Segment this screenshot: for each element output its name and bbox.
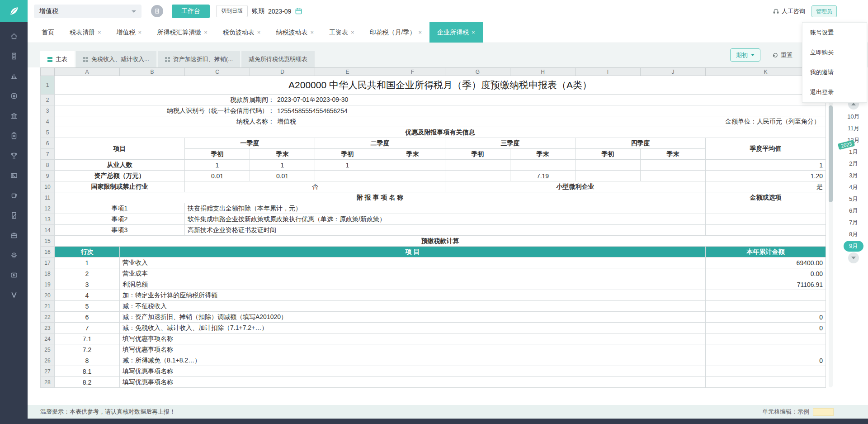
row-header[interactable]: 28 — [41, 377, 55, 388]
col-header[interactable]: F — [380, 68, 445, 76]
cell[interactable]: 否 — [185, 181, 445, 192]
menu-item-logout[interactable]: 退出登录 — [802, 82, 867, 102]
col-header[interactable]: I — [576, 68, 641, 76]
briefcase-icon[interactable] — [10, 231, 18, 239]
cell[interactable]: 1 — [706, 160, 826, 171]
cell[interactable]: 从业人数 — [55, 160, 185, 171]
calc-header-line[interactable]: 行次 — [55, 247, 120, 257]
row-header[interactable]: 1 — [41, 76, 55, 95]
col-header[interactable]: H — [510, 68, 576, 76]
period-value[interactable]: 2023-09 — [268, 8, 291, 15]
period-begin-button[interactable]: 期初 — [730, 48, 760, 62]
cell[interactable] — [706, 344, 826, 355]
row-header[interactable]: 10 — [41, 181, 55, 192]
row-header[interactable]: 18 — [41, 268, 55, 279]
cell[interactable]: 8.2 — [55, 377, 120, 388]
cell[interactable]: 三季度 — [445, 138, 576, 149]
cell[interactable]: 0 — [706, 323, 826, 333]
section-title-cell[interactable]: 附 报 事 项 名 称 — [55, 192, 706, 203]
cell[interactable]: 填写优惠事项名称 — [120, 377, 706, 388]
cell[interactable]: 2 — [55, 268, 120, 279]
cell[interactable]: 4 — [55, 290, 120, 301]
subtab-tax-reduction-detail[interactable]: 减免所得税优惠明细表 — [241, 51, 315, 67]
cell[interactable]: 季初 — [576, 149, 641, 160]
cell[interactable]: 季末 — [641, 149, 706, 160]
switch-view-button[interactable]: 切到日版 — [216, 5, 248, 17]
row-header[interactable]: 7 — [41, 149, 55, 160]
cell[interactable] — [706, 366, 826, 377]
cell[interactable]: 季度平均值 — [706, 138, 826, 160]
col-header[interactable]: E — [315, 68, 380, 76]
cell[interactable]: 项目 — [55, 138, 185, 160]
cell[interactable] — [641, 160, 706, 171]
cell[interactable]: 0 — [706, 355, 826, 366]
cell[interactable]: 季末 — [250, 149, 315, 160]
scroll-down-button[interactable] — [848, 252, 859, 263]
cell[interactable] — [706, 203, 826, 214]
close-icon[interactable]: × — [418, 29, 422, 35]
company-select[interactable]: 增值税 — [34, 5, 142, 18]
close-icon[interactable]: × — [138, 29, 142, 35]
col-header[interactable]: J — [641, 68, 706, 76]
close-icon[interactable]: × — [204, 29, 208, 35]
cell[interactable]: 填写优惠事项名称 — [120, 366, 706, 377]
cell[interactable]: 纳税人识别号（统一社会信用代码）： 12554585554554656254 — [55, 105, 826, 116]
col-header[interactable]: G — [445, 68, 510, 76]
row-header[interactable]: 12 — [41, 203, 55, 214]
close-icon[interactable]: × — [472, 29, 475, 35]
cell[interactable]: 国家限制或禁止行业 — [55, 181, 185, 192]
cell[interactable]: 事项2 — [55, 214, 185, 225]
row-header[interactable]: 23 — [41, 323, 55, 333]
cell[interactable] — [576, 160, 641, 171]
col-header[interactable]: C — [185, 68, 250, 76]
cell[interactable] — [445, 171, 510, 181]
form-icon[interactable] — [10, 52, 18, 60]
reset-button[interactable]: 重置 — [772, 51, 793, 59]
close-icon[interactable]: × — [351, 29, 354, 35]
cell[interactable]: 填写优惠事项名称 — [120, 333, 706, 344]
cell[interactable]: 季末 — [380, 149, 445, 160]
cell[interactable]: 四季度 — [576, 138, 706, 149]
v-logo-icon[interactable] — [10, 291, 18, 299]
cell[interactable]: 营业收入 — [120, 257, 706, 268]
cell[interactable]: 金额或选项 — [706, 192, 826, 203]
cell[interactable]: 税款所属期间： 2023-07-01至2023-09-30 — [55, 95, 826, 105]
cell[interactable]: 0.00 — [706, 268, 826, 279]
support-link[interactable]: 人工咨询 — [773, 0, 805, 22]
cell[interactable]: 软件集成电路企业按新政策或原政策执行优惠（单选：原政策/新政策） — [185, 214, 706, 225]
col-header[interactable]: D — [250, 68, 315, 76]
section-title-cell[interactable]: 优惠及附报事项有关信息 — [55, 127, 826, 138]
cell[interactable] — [706, 377, 826, 388]
cell[interactable]: 小型微利企业 — [445, 181, 706, 192]
cell[interactable]: 8.1 — [55, 366, 120, 377]
tab-home[interactable]: 首页 — [34, 22, 62, 43]
cell[interactable]: 二季度 — [315, 138, 445, 149]
tab-corporate-income-tax[interactable]: 企业所得税× — [429, 22, 483, 43]
bank-icon[interactable] — [10, 112, 18, 120]
cell[interactable]: 季初 — [445, 149, 510, 160]
tab-tax-register[interactable]: 税表清册× — [62, 22, 109, 43]
section-title-cell[interactable]: 预缴税款计算 — [55, 236, 826, 247]
corner-cell[interactable] — [41, 68, 55, 76]
cell[interactable] — [706, 225, 826, 236]
sheet-title-cell[interactable]: A200000 中华人民共和国企业所得税月（季）度预缴纳税申报表（A类） — [55, 76, 826, 95]
cell[interactable]: 纳税人名称： 增值税 金额单位：人民币元（列至角分） — [55, 116, 826, 127]
card-icon[interactable] — [10, 172, 18, 180]
cell[interactable]: 7.2 — [55, 344, 120, 355]
cell[interactable]: 减：资产加速折旧、摊销（扣除）调减额（填写A201020） — [120, 312, 706, 323]
month-item[interactable]: 7月 — [844, 217, 863, 228]
admin-button[interactable]: 管理员 — [811, 5, 837, 17]
row-header[interactable]: 14 — [41, 225, 55, 236]
settings-icon[interactable] — [10, 251, 18, 259]
cell[interactable]: 7.19 — [510, 171, 576, 181]
col-header[interactable]: B — [120, 68, 185, 76]
row-header[interactable]: 22 — [41, 312, 55, 323]
cup-icon[interactable] — [10, 191, 18, 200]
row-header[interactable]: 2 — [41, 95, 55, 105]
month-item[interactable]: 4月 — [844, 182, 863, 193]
video-icon[interactable] — [10, 271, 18, 279]
cell[interactable]: 季末 — [510, 149, 576, 160]
cell[interactable]: 减：免税收入、减计收入、加计扣除（7.1+7.2+…） — [120, 323, 706, 333]
month-item[interactable]: 6月 — [844, 205, 863, 216]
row-header[interactable]: 17 — [41, 257, 55, 268]
